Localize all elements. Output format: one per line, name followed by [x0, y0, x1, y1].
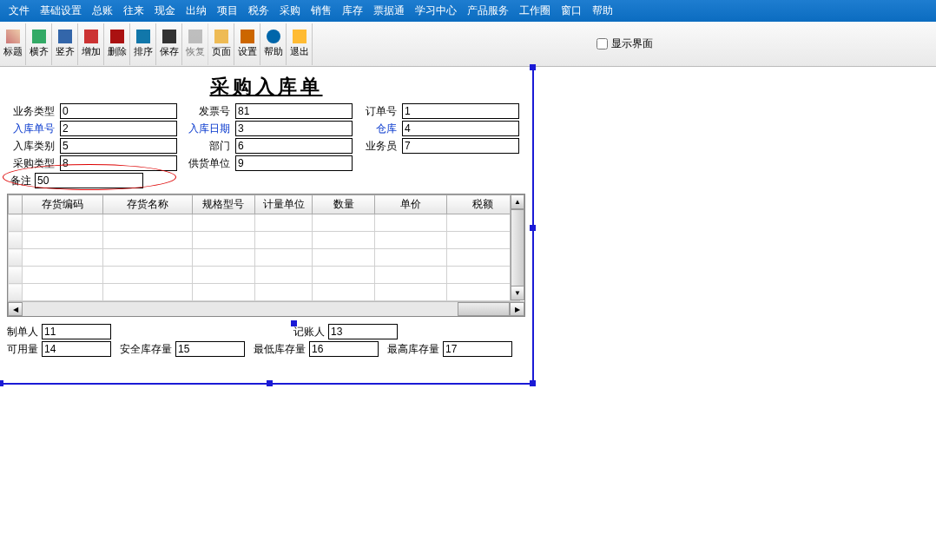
field-label: 业务员	[358, 139, 397, 154]
table-row[interactable]	[9, 214, 520, 232]
max-stock-input[interactable]	[443, 341, 512, 357]
field-label: 供货单位	[182, 156, 230, 171]
toolbar-settings[interactable]: 设置	[234, 23, 260, 65]
field-label: 可用量	[7, 342, 38, 357]
menu-item[interactable]: 产品服务	[462, 3, 514, 18]
safety-stock-input[interactable]	[175, 341, 245, 357]
selection-handle[interactable]	[291, 320, 297, 326]
scroll-left-icon[interactable]: ◀	[8, 302, 23, 316]
toolbar-restore: 恢复	[182, 23, 208, 65]
grid-header-row: 存货编码 存货名称 规格型号 计量单位 数量 单价 税额	[9, 195, 520, 214]
receipt-no-input[interactable]	[60, 121, 177, 136]
field-label: 入库单号	[7, 122, 55, 136]
min-stock-input[interactable]	[309, 341, 379, 357]
form-title: 采购入库单	[7, 74, 525, 100]
menu-item[interactable]: 出纳	[181, 3, 212, 18]
field-label: 备注	[7, 174, 31, 188]
scroll-thumb[interactable]	[458, 302, 510, 316]
col-header[interactable]: 单价	[375, 195, 446, 214]
field-label: 采购类型	[7, 156, 55, 171]
receipt-date-input[interactable]	[235, 121, 353, 136]
toolbar-title[interactable]: 标题	[0, 23, 26, 65]
toolbar-exit[interactable]: 退出	[287, 23, 313, 65]
show-ui-checkbox[interactable]: 显示界面	[597, 36, 653, 51]
menu-item[interactable]: 窗口	[556, 3, 587, 18]
resize-handle[interactable]	[267, 380, 273, 386]
menu-item[interactable]: 销售	[306, 3, 337, 18]
table-row[interactable]	[9, 232, 520, 249]
detail-grid[interactable]: 存货编码 存货名称 规格型号 计量单位 数量 单价 税额 ▲	[7, 194, 525, 317]
add-icon	[84, 30, 98, 43]
toolbar-add[interactable]: 增加	[78, 23, 104, 65]
col-header[interactable]: 计量单位	[254, 195, 313, 214]
col-header[interactable]: 存货编码	[23, 195, 103, 214]
sort-icon	[136, 30, 150, 43]
booker-input[interactable]	[328, 324, 398, 339]
toolbar-delete[interactable]: 删除	[104, 23, 130, 65]
halign-icon	[32, 30, 46, 43]
menu-item[interactable]: 票据通	[368, 3, 410, 18]
menu-item[interactable]: 库存	[337, 3, 368, 18]
toolbar-page[interactable]: 页面	[208, 23, 234, 65]
scroll-up-icon[interactable]: ▲	[511, 194, 524, 209]
invoice-no-input[interactable]	[235, 103, 353, 119]
department-input[interactable]	[235, 138, 353, 154]
settings-icon	[241, 30, 254, 43]
col-header[interactable]: 规格型号	[192, 195, 254, 214]
order-no-input[interactable]	[402, 103, 519, 119]
menu-item[interactable]: 工作圈	[514, 3, 556, 18]
field-label: 订单号	[358, 104, 397, 119]
remark-input[interactable]	[35, 173, 143, 188]
toolbar-save[interactable]: 保存	[156, 23, 182, 65]
horizontal-scrollbar[interactable]: ◀ ▶	[8, 301, 524, 316]
table-row[interactable]	[9, 249, 520, 267]
field-label: 入库类别	[7, 139, 55, 154]
resize-handle[interactable]	[530, 225, 536, 231]
menu-item[interactable]: 采购	[274, 3, 306, 18]
menu-item[interactable]: 项目	[212, 3, 243, 18]
salesperson-input[interactable]	[402, 138, 519, 154]
menu-item[interactable]: 基础设置	[35, 3, 87, 18]
field-label: 入库日期	[182, 122, 230, 136]
save-icon	[162, 30, 176, 43]
vertical-scrollbar[interactable]: ▲ ▼	[510, 194, 524, 300]
header-fields: 业务类型 发票号 订单号 入库单号 入库日期 仓库 入库类别 部门 业务员 采购…	[7, 103, 525, 188]
exit-icon	[293, 30, 307, 43]
scroll-down-icon[interactable]: ▼	[511, 286, 524, 300]
business-type-input[interactable]	[60, 103, 177, 119]
maker-input[interactable]	[42, 324, 111, 339]
menu-item[interactable]: 文件	[3, 3, 35, 18]
table-row[interactable]	[9, 267, 520, 284]
toolbar-help[interactable]: 帮助	[260, 23, 287, 65]
menu-item[interactable]: 税务	[243, 3, 274, 18]
resize-handle[interactable]	[0, 380, 3, 386]
purchase-type-input[interactable]	[60, 155, 177, 171]
menu-item[interactable]: 学习中心	[410, 3, 462, 18]
warehouse-input[interactable]	[402, 121, 519, 136]
show-ui-checkbox-input[interactable]	[597, 38, 608, 49]
supplier-input[interactable]	[235, 155, 353, 171]
resize-handle[interactable]	[530, 380, 536, 386]
receipt-type-input[interactable]	[60, 138, 177, 154]
toolbar-halign[interactable]: 横齐	[26, 23, 52, 65]
col-header[interactable]: 数量	[313, 195, 375, 214]
help-icon	[267, 30, 280, 43]
scroll-thumb[interactable]	[511, 209, 524, 296]
toolbar-valign[interactable]: 竖齐	[52, 23, 78, 65]
menu-bar: 文件 基础设置 总账 往来 现金 出纳 项目 税务 采购 销售 库存 票据通 学…	[0, 0, 936, 22]
field-label: 记账人	[293, 325, 325, 339]
col-header[interactable]: 存货名称	[102, 195, 192, 214]
table-row[interactable]	[9, 284, 520, 301]
menu-item[interactable]: 往来	[118, 3, 149, 18]
row-header	[9, 195, 23, 214]
menu-item[interactable]: 现金	[149, 3, 181, 18]
field-label: 发票号	[182, 104, 230, 119]
available-qty-input[interactable]	[42, 341, 111, 357]
toolbar-sort[interactable]: 排序	[130, 23, 156, 65]
col-header[interactable]: 税额	[446, 195, 519, 214]
resize-handle[interactable]	[530, 64, 536, 70]
menu-item[interactable]: 总账	[87, 3, 118, 18]
valign-icon	[58, 30, 72, 43]
menu-item[interactable]: 帮助	[587, 3, 618, 18]
scroll-right-icon[interactable]: ▶	[510, 302, 524, 316]
